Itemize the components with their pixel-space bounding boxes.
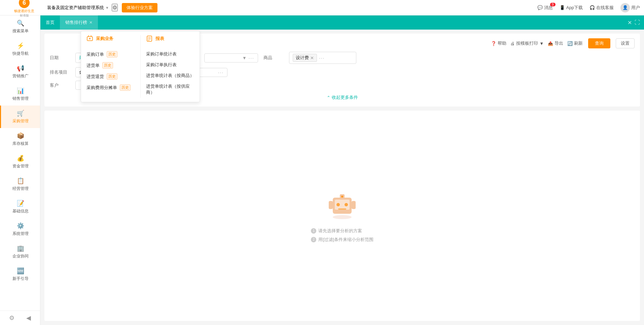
dropdown-item-purchase-order-stats[interactable]: 采购订单统计表 bbox=[146, 49, 194, 59]
refresh-icon: 🔄 bbox=[567, 41, 573, 46]
svg-point-4 bbox=[345, 203, 348, 206]
dropdown-item-incoming[interactable]: 进货单 历史 bbox=[86, 60, 135, 71]
online-service-label: 在线客服 bbox=[596, 5, 614, 11]
logo-icon: 6 bbox=[19, 0, 30, 8]
svg-rect-8 bbox=[329, 201, 333, 209]
tab-close-btn[interactable]: ✕ bbox=[89, 20, 93, 25]
voucher-status-dots[interactable]: ··· bbox=[249, 55, 254, 60]
tip-text-2: 用[过滤]条件来缩小分析范围 bbox=[318, 235, 373, 244]
export-label: 导出 bbox=[554, 40, 563, 46]
export-icon: 📤 bbox=[548, 41, 553, 46]
print-arrow: ▼ bbox=[539, 41, 544, 46]
dropdown-item-expense[interactable]: 采购费用分摊单 历史 bbox=[86, 82, 135, 93]
help-btn[interactable]: ❓ 帮助 bbox=[491, 40, 506, 46]
online-service-btn[interactable]: 🎧 在线客服 bbox=[589, 5, 614, 11]
tip-num-1: 1 bbox=[311, 228, 316, 234]
empty-icon bbox=[325, 188, 359, 221]
logo-area: 6 畅捷通好生意 标准版 bbox=[4, 0, 44, 18]
sidebar-item-basic[interactable]: 📝 基础信息 bbox=[0, 196, 40, 218]
tab-bar: 首页 销售排行榜 ✕ ✕ ⛶ bbox=[40, 15, 644, 30]
return-label: 进货退货 bbox=[86, 74, 104, 80]
refresh-btn[interactable]: 🔄 刷新 bbox=[567, 40, 583, 46]
help-icon: ❓ bbox=[491, 41, 496, 46]
sidebar-label-basic: 基础信息 bbox=[12, 208, 29, 214]
dropdown-item-return[interactable]: 进货退货 历史 bbox=[86, 71, 135, 82]
sidebar-label-search: 搜索菜单 bbox=[12, 28, 29, 34]
top-right-area: 💬 消息 9 📱 App下载 🎧 在线客服 👤 用户 bbox=[537, 3, 640, 12]
date-label: 日期 bbox=[50, 55, 70, 61]
sidebar: 🔍 搜索菜单 ⚡ 快捷导航 📢 营销推广 📊 销售管理 🛒 采购管理 📦 库存核… bbox=[0, 15, 40, 325]
dropdown-item-purchase-order[interactable]: 采购订单 历史 bbox=[86, 49, 135, 60]
sidebar-item-shortcut[interactable]: ⚡ 快捷导航 bbox=[0, 38, 40, 60]
home-tab-label: 首页 bbox=[46, 19, 55, 26]
tab-maximize-btn[interactable]: ⛶ bbox=[635, 19, 640, 26]
sidebar-label-capital: 资金管理 bbox=[12, 163, 29, 169]
user-menu-btn[interactable]: 👤 用户 bbox=[620, 3, 640, 12]
goods-label: 商品 bbox=[263, 55, 284, 61]
svg-point-11 bbox=[89, 38, 91, 39]
incoming-label: 进货单 bbox=[86, 63, 100, 69]
sidebar-label-guide: 新手引导 bbox=[12, 276, 29, 282]
sidebar-item-sales[interactable]: 📊 销售管理 bbox=[0, 83, 40, 106]
set-btn[interactable]: 设置 bbox=[616, 38, 635, 48]
system-title-dropdown[interactable]: 装备及固定资产辅助管理系统 ▼ bbox=[47, 5, 109, 11]
sidebar-item-system[interactable]: ⚙️ 系统管理 bbox=[0, 218, 40, 241]
goods-tag-close[interactable]: ✕ bbox=[310, 55, 314, 60]
sidebar-label-enterprise: 企业协同 bbox=[12, 253, 29, 259]
title-dropdown-arrow: ▼ bbox=[105, 6, 109, 10]
message-icon: 💬 bbox=[537, 5, 543, 10]
sidebar-item-guide[interactable]: 🆕 新手引导 bbox=[0, 263, 40, 286]
salesperson-dots[interactable]: ··· bbox=[218, 70, 224, 75]
capital-icon: 💰 bbox=[17, 155, 24, 162]
sidebar-item-enterprise[interactable]: 🏢 企业协同 bbox=[0, 241, 40, 263]
industry-btn[interactable]: 体验行业方案 bbox=[122, 3, 157, 12]
sidebar-item-capital[interactable]: 💰 资金管理 bbox=[0, 151, 40, 173]
dropdown-item-purchase-order-exec[interactable]: 采购订单执行表 bbox=[146, 59, 194, 70]
system-icon: ⚙️ bbox=[17, 222, 24, 230]
sidebar-item-marketing[interactable]: 📢 营销推广 bbox=[0, 60, 40, 83]
purchase-col-icon bbox=[86, 35, 93, 42]
voucher-status-select[interactable]: ▼ ··· bbox=[204, 53, 258, 63]
export-btn[interactable]: 📤 导出 bbox=[548, 40, 563, 46]
sidebar-item-purchase[interactable]: 🛒 采购管理 bbox=[0, 106, 40, 128]
tip-text-1: 请先选择要分析的方案 bbox=[318, 227, 362, 235]
sidebar-item-operation[interactable]: 📋 经营管理 bbox=[0, 173, 40, 196]
settings-icon-btn[interactable]: ⚙ bbox=[112, 4, 118, 11]
user-name: 用户 bbox=[631, 5, 640, 11]
print-label: 按模板打印 bbox=[516, 40, 538, 46]
empty-tips: 1 请先选择要分析的方案 2 用[过滤]条件来缩小分析范围 bbox=[311, 227, 373, 244]
avatar: 👤 bbox=[620, 3, 630, 12]
print-template-btn[interactable]: 🖨 按模板打印 ▼ bbox=[510, 40, 544, 46]
query-btn[interactable]: 查询 bbox=[588, 38, 610, 48]
svg-rect-9 bbox=[352, 201, 356, 209]
guide-icon: 🆕 bbox=[17, 267, 24, 275]
incoming-stats-supplier-label: 进货单统计表（按供应商） bbox=[146, 83, 194, 95]
sidebar-collapse-btn[interactable]: ◀ bbox=[26, 314, 31, 322]
app-download-btn[interactable]: 📱 App下载 bbox=[560, 5, 583, 11]
purchase-order-label: 采购订单 bbox=[86, 51, 104, 57]
tab-sales-rank[interactable]: 销售排行榜 ✕ bbox=[60, 15, 98, 30]
incoming-stats-goods-label: 进货单统计表（按商品） bbox=[146, 73, 194, 79]
report-col-icon bbox=[146, 35, 153, 42]
message-btn[interactable]: 💬 消息 9 bbox=[537, 5, 553, 11]
tab-close-window-btn[interactable]: ✕ bbox=[628, 19, 632, 26]
voucher-status-arrow: ▼ bbox=[242, 55, 247, 60]
system-title: 装备及固定资产辅助管理系统 bbox=[47, 5, 104, 11]
sidebar-settings-btn[interactable]: ⚙ bbox=[9, 314, 14, 322]
enterprise-icon: 🏢 bbox=[17, 245, 24, 252]
purchase-order-history-badge: 历史 bbox=[107, 51, 117, 57]
sidebar-item-search[interactable]: 🔍 搜索菜单 bbox=[0, 15, 40, 38]
sales-rank-tab-label: 销售排行榜 bbox=[65, 19, 87, 26]
dropdown-item-incoming-stats-goods[interactable]: 进货单统计表（按商品） bbox=[146, 70, 194, 81]
help-label: 帮助 bbox=[498, 40, 506, 46]
app-download-label: App下载 bbox=[566, 5, 583, 11]
headset-icon: 🎧 bbox=[589, 5, 595, 10]
brand-sub: 标准版 bbox=[20, 13, 29, 18]
sidebar-item-inventory[interactable]: 📦 库存核算 bbox=[0, 128, 40, 151]
goods-input[interactable]: 设计费 ✕ ··· bbox=[289, 52, 356, 64]
customer-label: 客户 bbox=[50, 82, 70, 88]
dropdown-item-incoming-stats-supplier[interactable]: 进货单统计表（按供应商） bbox=[146, 81, 194, 98]
sidebar-label-inventory: 库存核算 bbox=[12, 141, 29, 147]
empty-state: 1 请先选择要分析的方案 2 用[过滤]条件来缩小分析范围 bbox=[44, 111, 640, 321]
goods-dots[interactable]: ··· bbox=[319, 55, 325, 60]
